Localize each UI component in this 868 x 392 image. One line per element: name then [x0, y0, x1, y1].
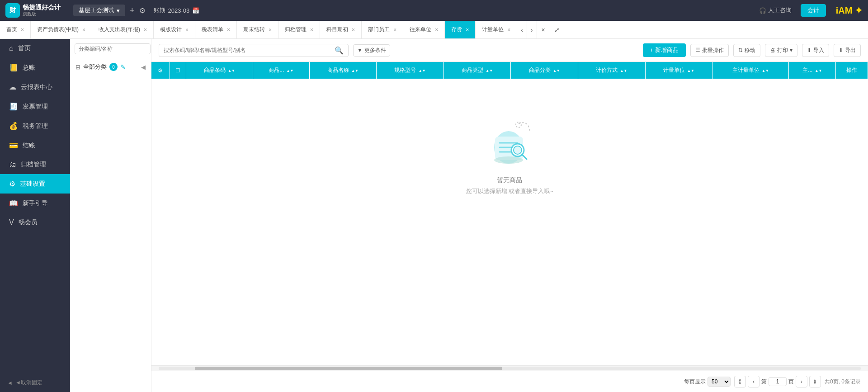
content-inner: 🔍 ⊞ 全部分类 0 ✎ ◀ 🔍 ▼ 更多条件: [70, 39, 868, 392]
sidebar-item-invoice[interactable]: 🧾 发票管理: [0, 97, 70, 116]
tab-income-report-close[interactable]: ×: [144, 27, 147, 33]
sort-product-name[interactable]: ▲▼: [351, 69, 359, 73]
page-number-input[interactable]: [769, 377, 787, 386]
sidebar-item-archive[interactable]: 🗂 归档管理: [0, 155, 70, 174]
add-product-button[interactable]: + 新增商品: [643, 43, 686, 57]
sidebar-label-ledger: 总账: [23, 64, 35, 72]
export-button[interactable]: ⬇ 导出: [834, 44, 861, 57]
col-actions: 操作: [836, 62, 868, 79]
col-settings[interactable]: ⚙: [151, 62, 170, 79]
sort-product-code[interactable]: ▲▼: [287, 69, 294, 73]
tab-prev-button[interactable]: ‹: [517, 21, 527, 38]
tab-dept-staff-close[interactable]: ×: [393, 27, 396, 33]
category-edit-icon[interactable]: ✎: [120, 63, 126, 71]
tab-counterpart[interactable]: 往来单位 ×: [403, 21, 445, 38]
tab-archive[interactable]: 归档管理 ×: [278, 21, 320, 38]
category-collapse-icon[interactable]: ◀: [141, 64, 146, 71]
col-checkbox[interactable]: ☐: [170, 62, 186, 79]
all-categories-grid-icon: ⊞: [75, 64, 80, 71]
col-type: 商品类型 ▲▼: [443, 62, 511, 79]
product-search-input[interactable]: [164, 47, 332, 53]
tab-archive-close[interactable]: ×: [310, 27, 313, 33]
scroll-thumb[interactable]: [195, 367, 502, 370]
sort-price-method[interactable]: ▲▼: [620, 69, 627, 73]
last-page-button[interactable]: ⟫: [809, 376, 821, 387]
tab-archive-label: 归档管理: [285, 26, 307, 33]
account-button[interactable]: 会计: [801, 4, 826, 17]
tab-balance-sheet[interactable]: 资产负债表(中期) ×: [31, 21, 92, 38]
per-page-label: 每页显示: [684, 378, 706, 386]
prev-page-button[interactable]: ‹: [748, 376, 760, 387]
tab-counterpart-close[interactable]: ×: [435, 27, 438, 33]
next-page-button[interactable]: ›: [796, 376, 807, 387]
sidebar-item-closing[interactable]: 💳 结账: [0, 136, 70, 155]
tab-tax-table-close[interactable]: ×: [227, 27, 230, 33]
company-selector[interactable]: 基层工会测试 ▾: [73, 5, 125, 16]
tab-inventory-label: 存货: [451, 26, 462, 33]
app-logo-icon: 财: [5, 3, 20, 18]
sidebar-unpin-button[interactable]: ◄ ◄取消固定: [0, 373, 70, 392]
tab-period-carry[interactable]: 期末结转 ×: [237, 21, 278, 38]
tab-subject-init[interactable]: 科目期初 ×: [320, 21, 362, 38]
total-records-label: 共0页, 0条记录: [825, 378, 861, 386]
headset-icon: 🎧: [759, 7, 766, 14]
import-button[interactable]: ⬆ 导入: [802, 44, 829, 57]
all-categories-header[interactable]: ⊞ 全部分类 0 ✎ ◀: [70, 59, 151, 75]
calendar-icon[interactable]: 📅: [192, 7, 199, 14]
tab-expand-button[interactable]: ⤢: [550, 21, 564, 38]
sidebar-label-cloud-reports: 云报表中心: [21, 83, 52, 91]
sort-main-extra[interactable]: ▲▼: [815, 69, 822, 73]
sidebar-item-basic-settings[interactable]: ⚙ 基础设置: [0, 174, 70, 194]
horizontal-scrollbar[interactable]: [151, 365, 868, 371]
product-search-icon[interactable]: 🔍: [335, 46, 344, 55]
sort-type[interactable]: ▲▼: [486, 69, 493, 73]
sidebar-item-guide[interactable]: 📖 新手引导: [0, 194, 70, 213]
table-container: ⚙ ☐ 商品条码 ▲▼ 商品... ▲▼ 商品名称: [151, 62, 868, 365]
tab-close-all-button[interactable]: ×: [537, 21, 550, 38]
tab-tax-table[interactable]: 税表清单 ×: [195, 21, 237, 38]
sort-spec[interactable]: ▲▼: [419, 69, 426, 73]
tab-bar: 首页 × 资产负债表(中期) × 收入支出表(年报) × 模版设计 × 税表清单…: [0, 21, 868, 39]
tab-subject-init-label: 科目期初: [326, 26, 348, 33]
tab-inventory[interactable]: 存货 ×: [445, 21, 476, 38]
tab-template-design[interactable]: 模版设计 ×: [154, 21, 195, 38]
tab-subject-init-close[interactable]: ×: [352, 27, 355, 33]
tab-dept-staff[interactable]: 部门员工 ×: [362, 21, 403, 38]
tab-unit-label: 计量单位: [482, 26, 504, 33]
settings-icon[interactable]: ⚙: [139, 6, 146, 15]
batch-action-button[interactable]: ☰ 批量操作: [690, 44, 729, 57]
print-button[interactable]: 🖨 打印 ▾: [765, 44, 797, 57]
tab-home[interactable]: 首页 ×: [0, 21, 31, 38]
tab-unit[interactable]: 计量单位 ×: [476, 21, 517, 38]
sort-unit[interactable]: ▲▼: [687, 69, 694, 73]
add-tab-button[interactable]: +: [130, 6, 135, 15]
sidebar-item-home[interactable]: ⌂ 首页: [0, 39, 70, 58]
tab-period-carry-close[interactable]: ×: [269, 27, 272, 33]
sidebar-item-tax[interactable]: 💰 税务管理: [0, 116, 70, 136]
per-page-select[interactable]: 50 100 200: [708, 377, 731, 387]
tab-unit-close[interactable]: ×: [507, 27, 510, 33]
sort-barcode[interactable]: ▲▼: [228, 69, 235, 73]
tab-tax-table-label: 税表清单: [202, 26, 223, 33]
sort-category[interactable]: ▲▼: [553, 69, 560, 73]
top-actions: 🎧 人工咨询 会计 iAM ✦: [755, 4, 863, 17]
tab-template-design-close[interactable]: ×: [185, 27, 189, 33]
app-logo-text: 畅捷通好会计 旗舰版: [23, 4, 61, 18]
home-icon: ⌂: [9, 44, 14, 52]
first-page-button[interactable]: ⟪: [734, 376, 746, 387]
tab-income-report[interactable]: 收入支出表(年报) ×: [92, 21, 154, 38]
empty-title: 暂无商品: [497, 176, 522, 184]
tab-next-button[interactable]: ›: [527, 21, 537, 38]
sidebar-item-cloud-reports[interactable]: ☁ 云报表中心: [0, 77, 70, 97]
sort-main-unit[interactable]: ▲▼: [762, 69, 769, 73]
tab-home-close[interactable]: ×: [21, 27, 24, 33]
category-search-input[interactable]: [75, 43, 151, 54]
tab-balance-sheet-close[interactable]: ×: [82, 27, 85, 33]
sidebar-item-member[interactable]: V 畅会员: [0, 213, 70, 232]
move-button[interactable]: ⇅ 移动: [733, 44, 760, 57]
page-suffix-label: 页: [788, 378, 794, 386]
help-button[interactable]: 🎧 人工咨询: [755, 5, 795, 16]
tab-inventory-close[interactable]: ×: [466, 27, 469, 33]
sidebar-item-ledger[interactable]: 📒 总账: [0, 58, 70, 77]
more-filter-button[interactable]: ▼ 更多条件: [353, 44, 390, 57]
